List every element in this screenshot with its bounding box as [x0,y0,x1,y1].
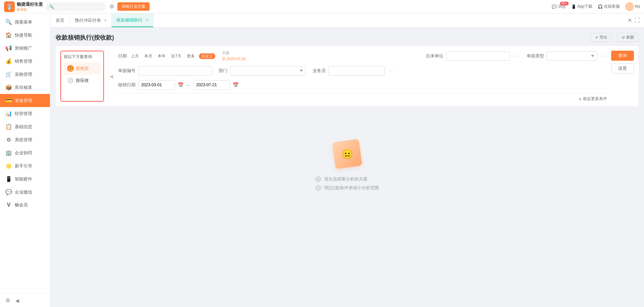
wechat-icon: 💬 [5,189,12,195]
message-badge: 99+ [560,2,569,5]
partner-ellipsis-icon[interactable]: ··· [513,53,520,59]
message-action[interactable]: 💬 消息 99+ [552,4,566,9]
dept-select[interactable] [230,66,306,75]
partner-label: 往来单位 [426,53,443,59]
finance-icon: 💳 [5,97,12,104]
enterprise-icon: 🏢 [5,150,12,156]
online-service-action[interactable]: 🎧 在线客服 [598,4,620,9]
sidebar-footer: ⚙ ◀ [0,294,50,307]
filter-fields: 日期 上月 本月 本年 近7天 更多 自定义 不限 至 2023-07-26 [118,51,607,102]
staff-input[interactable] [328,66,385,75]
search-icon: 🔍 [49,4,54,9]
filter-option-receipt[interactable]: 💰 按收款 [64,62,101,74]
sidebar-item-search[interactable]: 🔍 搜索菜单 [0,15,50,29]
user-area[interactable]: Rit [625,2,640,11]
sidebar-item-wechat[interactable]: 💬 企业微信 [0,186,50,199]
date-7-days[interactable]: 近7天 [170,53,183,60]
sidebar-item-system[interactable]: ⚙ 系统管理 [0,133,50,146]
tab-window-actions: ✕ ⛶ [624,17,644,23]
top-bar: 🐰 畅捷通好生意 标准版 🔍 ⚙ 体验行业方案 💬 消息 99+ 📱 App下载… [0,0,644,13]
empty-content: 😐 1 请先选择要分析的方案 2 用[过滤]条件来缩小分析范围 [315,137,379,191]
doc-type-ellipsis-icon[interactable]: ··· [600,53,607,59]
verify-date-end-cal[interactable]: 📅 [233,82,238,88]
verify-date-start-cal[interactable]: 📅 [178,82,183,88]
export-button[interactable]: ↗ 导出 [590,33,612,42]
sidebar-item-purchase[interactable]: 🛒 采购管理 [0,68,50,81]
filter-sidebar: 按以下方案查询 💰 按收款 🕐 按应收 [60,51,104,102]
tab-collect-label: 收款核销执行 [116,17,143,23]
doc-type-label: 单据类型 [527,53,544,59]
top-search-bar[interactable]: 🔍 [46,2,106,11]
sidebar-item-label: 系统管理 [15,137,32,143]
tab-collect[interactable]: 收款核销执行 × [112,13,153,27]
date-custom-button[interactable]: 自定义 [199,53,215,59]
doc-no-input[interactable] [138,66,212,75]
sidebar-item-sales[interactable]: 💰 销售管理 [0,55,50,68]
footer-settings-button[interactable]: ⚙ [5,297,10,304]
hint1-number: 1 [315,176,321,182]
tab-bar: 首页 预付冲应付单 × 收款核销执行 × ✕ ⛶ [50,13,644,28]
partner-group: 往来单位 ··· [426,51,520,61]
empty-state: 😐 1 请先选择要分析的方案 2 用[过滤]条件来缩小分析范围 [56,110,639,218]
filter-option-receivable[interactable]: 🕐 按应收 [64,74,101,87]
sidebar-item-quick-nav[interactable]: 🏠 快捷导航 [0,29,50,42]
app-download-action[interactable]: 📱 App下载 [571,4,592,9]
date-no-limit-group: 不限 至 2023-07-26 [222,51,246,61]
partner-input[interactable] [446,51,510,61]
sidebar-item-label: 资金管理 [15,98,32,104]
dept-label: 部门 [219,68,227,74]
filter-collapse-handle[interactable]: ◀ [108,51,114,102]
app-icon: 📱 [571,4,576,9]
sidebar-item-operations[interactable]: 📊 经营管理 [0,107,50,120]
filter-area: 按以下方案查询 💰 按收款 🕐 按应收 ◀ [56,46,639,106]
sidebar-item-label: 销售管理 [15,58,32,64]
sidebar-collapse-button[interactable]: ◀ [15,298,19,303]
window-close-button[interactable]: ✕ [628,17,632,23]
hint2-text: 用[过滤]条件来缩小分析范围 [324,185,379,191]
tab-prepay[interactable]: 预付冲应付单 × [70,13,112,27]
filter-option-receivable-label: 按应收 [76,78,89,84]
sidebar-item-inventory[interactable]: 📦 库存核算 [0,81,50,94]
collapse-conditions-button[interactable]: ∧ 收起更多条件 [579,96,607,102]
brand-logo: 🐰 畅捷通好生意 标准版 [4,1,43,12]
refresh-label: 刷新 [626,35,634,40]
top-bar-actions: 💬 消息 99+ 📱 App下载 🎧 在线客服 Rit [552,2,640,11]
sidebar-item-enterprise[interactable]: 🏢 企业协同 [0,146,50,159]
setting-button[interactable]: 设置 [611,63,634,73]
sidebar-item-label: 企业协同 [15,150,32,156]
tab-home[interactable]: 首页 [50,13,70,27]
staff-ellipsis-icon[interactable]: ··· [387,68,394,74]
verify-date-separator: — [186,83,191,88]
marketing-icon: 📢 [5,45,12,51]
tab-prepay-close[interactable]: × [104,18,107,23]
tab-prepay-label: 预付冲应付单 [75,17,101,23]
sidebar-item-finance[interactable]: 💳 资金管理 [0,94,50,107]
settings-icon[interactable]: ⚙ [109,3,115,10]
date-this-month[interactable]: 本月 [143,53,154,60]
query-button[interactable]: 查询 [611,51,634,61]
sidebar-item-label: 库存核算 [15,85,32,91]
sidebar-item-basic-info[interactable]: 📋 基础信息 [0,120,50,133]
verify-date-start-input[interactable] [138,80,175,90]
date-group: 日期 上月 本月 本年 近7天 更多 自定义 [118,53,215,60]
basic-info-icon: 📋 [5,123,12,130]
page-title: 收款核销执行(按收款) [56,34,114,42]
window-expand-button[interactable]: ⛶ [635,17,640,23]
sidebar-item-hardware[interactable]: 📱 智能硬件 [0,172,50,186]
solution-button[interactable]: 体验行业方案 [117,2,150,11]
collapse-label: 收起更多条件 [583,96,607,102]
sidebar-item-label: 营销推广 [15,45,32,51]
doc-type-select[interactable] [547,51,597,61]
date-this-year[interactable]: 本年 [156,53,167,60]
tab-collect-close[interactable]: × [146,18,148,22]
date-more[interactable]: 更多 [185,53,196,60]
page-title-row: 收款核销执行(按收款) ↗ 导出 ↺ 刷新 [56,33,639,42]
doc-no-label: 单据编号 [118,68,136,74]
refresh-button[interactable]: ↺ 刷新 [617,33,639,42]
verify-date-end-input[interactable] [193,80,230,90]
sidebar-item-member[interactable]: V 畅会员 [0,199,50,211]
sidebar-item-marketing[interactable]: 📢 营销推广 [0,42,50,55]
purchase-icon: 🛒 [5,71,12,78]
date-last-month[interactable]: 上月 [129,53,140,60]
sidebar-item-guide[interactable]: 🌟 新手引导 [0,159,50,172]
